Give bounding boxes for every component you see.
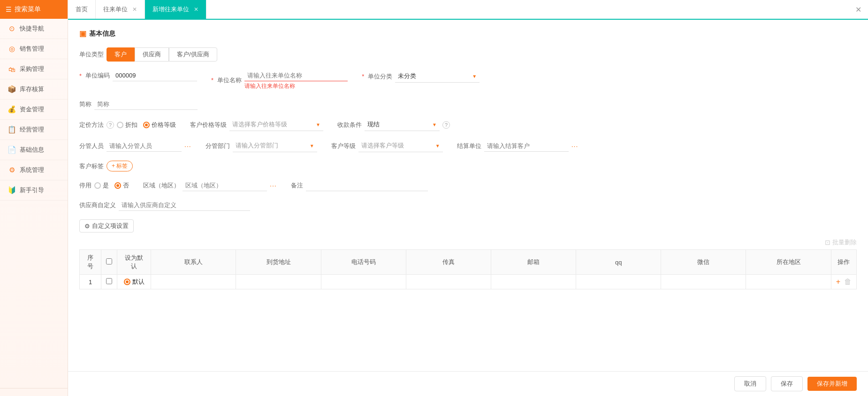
short-name-field: 简称 <box>79 99 198 110</box>
remark-field: 备注 <box>291 180 428 191</box>
settlement-more-icon[interactable]: ··· <box>571 142 579 150</box>
select-all-checkbox[interactable] <box>106 258 112 264</box>
manager-label: 分管人员 <box>79 142 104 150</box>
unit-category-value: 未分类 <box>398 72 416 80</box>
contact-cell[interactable] <box>151 275 236 289</box>
tab-new-partner[interactable]: 新增往来单位✕ <box>145 0 206 19</box>
email-input[interactable] <box>496 279 571 286</box>
supplier-custom-input[interactable] <box>119 200 250 211</box>
address-cell[interactable] <box>236 275 321 289</box>
sidebar-item-label: 销售管理 <box>20 45 44 53</box>
sidebar-item-operations[interactable]: 📋经营管理 <box>0 120 68 140</box>
row-checkbox[interactable] <box>106 278 112 284</box>
default-label: 默认 <box>132 278 145 286</box>
sidebar-search[interactable]: ☰ 搜索菜单 <box>0 0 68 19</box>
sidebar-item-sales[interactable]: ◎销售管理 <box>0 39 68 59</box>
wechat-input[interactable] <box>666 279 741 286</box>
tab-home[interactable]: 首页 <box>68 0 96 19</box>
tab-label: 往来单位 <box>103 5 128 14</box>
payment-terms-field: 收款条件 现结 ▼ ? <box>337 118 450 131</box>
remark-input[interactable] <box>306 180 428 191</box>
tab-close-button[interactable]: ✕ <box>132 6 137 13</box>
qq-cell[interactable] <box>576 275 661 289</box>
fax-input[interactable] <box>411 279 486 286</box>
tab-partner-list[interactable]: 往来单位✕ <box>96 0 145 19</box>
payment-terms-select[interactable]: 现结 ▼ <box>365 118 440 131</box>
sidebar: ☰ 搜索菜单 ⊙快捷导航◎销售管理🛍采购管理📦库存核算💰资金管理📋经营管理📄基础… <box>0 0 68 396</box>
default-radio[interactable] <box>124 279 130 285</box>
unit-type-row: 单位类型 客户供应商客户/供应商 <box>79 47 857 62</box>
pricing-help-icon[interactable]: ? <box>107 121 114 129</box>
region-cell-input[interactable] <box>751 279 826 286</box>
sidebar-item-inventory[interactable]: 📦库存核算 <box>0 79 68 100</box>
tab-close-button[interactable]: ✕ <box>194 6 198 13</box>
address-input[interactable] <box>241 279 316 286</box>
close-all-tabs-button[interactable]: ✕ <box>849 0 868 19</box>
customer-price-select[interactable]: 请选择客户价格等级 ▼ <box>229 118 323 131</box>
disabled-radio-yes[interactable]: 是 <box>94 181 109 190</box>
footer: 取消 保存 保存并新增 <box>68 371 868 396</box>
delete-row-icon[interactable]: 🗑 <box>844 278 852 286</box>
wechat-cell[interactable] <box>661 275 746 289</box>
department-label: 分管部门 <box>206 142 230 150</box>
save-and-add-button[interactable]: 保存并新增 <box>807 377 857 391</box>
unit-type-customer-button[interactable]: 客户 <box>107 47 135 62</box>
sidebar-item-guide[interactable]: 🔰新手引导 <box>0 180 68 201</box>
unit-name-input[interactable] <box>244 70 348 81</box>
settlement-label: 结算单位 <box>457 142 481 150</box>
fax-cell[interactable] <box>406 275 491 289</box>
supplier-custom-row: 供应商自定义 <box>79 200 857 211</box>
sidebar-item-purchase[interactable]: 🛍采购管理 <box>0 59 68 79</box>
unit-type-supplier-button[interactable]: 供应商 <box>135 47 169 62</box>
unit-type-both-button[interactable]: 客户/供应商 <box>169 47 217 62</box>
custom-settings-button[interactable]: ⚙ 自定义项设置 <box>79 219 134 233</box>
pricing-radio-price-level[interactable]: 价格等级 <box>143 121 176 129</box>
cancel-button[interactable]: 取消 <box>734 376 766 391</box>
email-cell[interactable] <box>491 275 576 289</box>
unit-name-required: * <box>211 77 213 84</box>
department-placeholder: 请输入分管部门 <box>236 141 278 150</box>
unit-code-required: * <box>79 72 82 79</box>
supplier-custom-label: 供应商自定义 <box>79 201 116 210</box>
manager-input[interactable] <box>107 140 182 152</box>
sidebar-item-system[interactable]: ⚙系统管理 <box>0 160 68 180</box>
phone-cell[interactable] <box>321 275 406 289</box>
contact-input[interactable] <box>156 279 231 286</box>
department-field: 分管部门 请输入分管部门 ▼ <box>206 140 317 152</box>
search-icon: ☰ <box>6 6 12 13</box>
settlement-input[interactable] <box>484 140 569 152</box>
disabled-radio-group: 是否 <box>94 181 129 190</box>
sidebar-item-base-info[interactable]: 📄基础信息 <box>0 140 68 160</box>
department-select[interactable]: 请输入分管部门 ▼ <box>233 140 317 152</box>
unit-type-field: 单位类型 客户供应商客户/供应商 <box>79 47 217 62</box>
region-cell[interactable] <box>746 275 831 289</box>
chevron-down-icon: ▼ <box>316 122 320 127</box>
short-name-input[interactable] <box>94 99 198 110</box>
customer-level-select[interactable]: 请选择客户等级 ▼ <box>358 140 443 152</box>
qq-input[interactable] <box>581 279 656 286</box>
payment-help-icon[interactable]: ? <box>442 121 450 129</box>
region-more-icon[interactable]: ··· <box>270 182 277 189</box>
sidebar-item-quick-nav[interactable]: ⊙快捷导航 <box>0 19 68 39</box>
tag-field: 客户标签 + 标签 <box>79 161 133 171</box>
unit-code-input[interactable] <box>113 70 197 81</box>
region-input[interactable] <box>183 180 267 191</box>
manager-more-icon[interactable]: ··· <box>184 142 191 150</box>
customer-price-label: 客户价格等级 <box>190 121 227 129</box>
customer-level-field: 客户等级 请选择客户等级 ▼ <box>331 140 443 152</box>
phone-input[interactable] <box>326 279 401 286</box>
unit-category-select[interactable]: 未分类 ▼ <box>395 70 480 83</box>
save-button[interactable]: 保存 <box>771 376 803 391</box>
disabled-field: 停用 是否 <box>79 181 129 190</box>
add-tag-button[interactable]: + 标签 <box>107 161 133 171</box>
table-header-4: 到货地址 <box>236 250 321 275</box>
tabs-bar: 首页往来单位✕新增往来单位✕ ✕ <box>68 0 868 20</box>
unit-category-field: * 单位分类 未分类 ▼ <box>362 70 480 83</box>
custom-settings-label: 自定义项设置 <box>92 222 129 230</box>
add-row-icon[interactable]: + <box>836 278 840 286</box>
tab-label: 新增往来单位 <box>152 5 189 14</box>
disabled-radio-no[interactable]: 否 <box>114 181 129 190</box>
pricing-radio-discount[interactable]: 折扣 <box>117 121 137 129</box>
pricing-radio-group: 折扣价格等级 <box>117 121 176 129</box>
sidebar-item-finance[interactable]: 💰资金管理 <box>0 100 68 120</box>
